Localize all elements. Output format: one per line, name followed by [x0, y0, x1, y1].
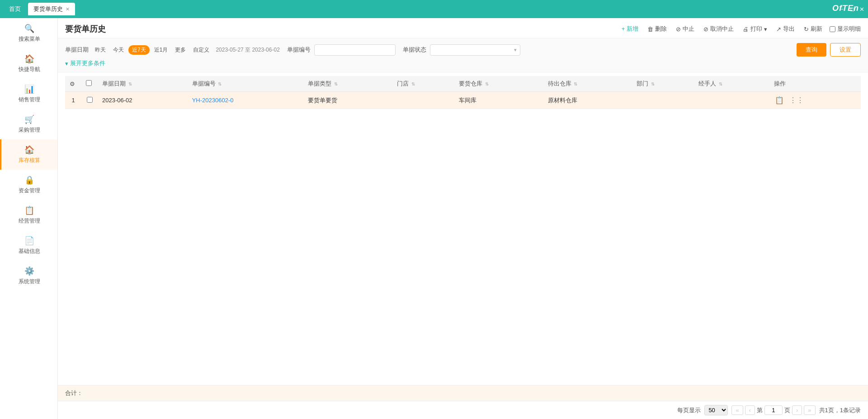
pagination-nav: « ‹ 第 页 › »	[731, 405, 815, 415]
row-req-warehouse: 车间库	[454, 92, 543, 109]
shortcut-more[interactable]: 更多	[172, 45, 189, 55]
total-info: 共1页，1条记录	[819, 406, 861, 414]
shortcut-today[interactable]: 今天	[110, 45, 127, 55]
sort-type-icon[interactable]: ⇅	[334, 81, 338, 86]
row-checkbox[interactable]	[87, 97, 93, 103]
sidebar-item-inventory[interactable]: 🏠 库存核算	[0, 139, 57, 170]
sidebar-label-purchase: 采购管理	[19, 126, 40, 134]
query-button[interactable]: 查询	[797, 43, 826, 57]
cancel-stop-icon: ⊘	[703, 26, 708, 33]
sidebar-item-basic-info[interactable]: 📄 基础信息	[0, 230, 57, 261]
sort-req-icon[interactable]: ⇅	[485, 81, 489, 86]
new-button[interactable]: + 新增	[620, 24, 640, 34]
show-detail-toggle[interactable]: 显示明细	[830, 25, 861, 33]
page-suffix: 页	[784, 406, 790, 414]
sidebar-item-system[interactable]: ⚙️ 系统管理	[0, 261, 57, 291]
sidebar-item-quick-nav[interactable]: 🏠 快捷导航	[0, 48, 57, 79]
sort-handler-icon[interactable]: ⇅	[719, 81, 722, 86]
expand-row: ▾ 展开更多条件	[65, 59, 861, 67]
sort-number-icon[interactable]: ⇅	[218, 81, 222, 86]
show-detail-checkbox[interactable]	[830, 26, 835, 32]
finance-icon: 🔒	[24, 175, 34, 185]
stop-button[interactable]: ⊘ 中止	[674, 24, 696, 34]
sidebar-item-purchase[interactable]: 🛒 采购管理	[0, 109, 57, 139]
row-department	[632, 92, 694, 109]
row-edit-icon[interactable]: 📋	[774, 95, 785, 105]
cancel-stop-button[interactable]: ⊘ 取消中止	[702, 24, 736, 34]
basic-info-icon: 📄	[24, 236, 34, 246]
refresh-label: 刷新	[811, 25, 822, 33]
page-title: 要货单历史	[65, 24, 106, 34]
pagination-bar: 每页显示 50 10 20 100 « ‹ 第 页 › » 共1页，1条记录	[58, 401, 868, 419]
expand-more-button[interactable]: ▾ 展开更多条件	[65, 59, 861, 67]
shortcut-yesterday[interactable]: 昨天	[92, 45, 108, 55]
page-header: 要货单历史 + 新增 🗑 删除 ⊘ 中止 ⊘ 取消中止 🖨 打印	[58, 18, 868, 38]
quick-nav-icon: 🏠	[24, 54, 34, 64]
shortcut-1month[interactable]: 近1月	[151, 45, 171, 55]
tab-home[interactable]: 首页	[4, 3, 26, 15]
prev-page-button[interactable]: ‹	[745, 405, 755, 415]
next-page-button[interactable]: ›	[792, 405, 802, 415]
delete-icon: 🗑	[647, 26, 653, 33]
row-actions-cell: 📋 ⋮⋮	[769, 92, 861, 109]
table-container: ⚙ 单据日期 ⇅ 单据编号 ⇅	[58, 72, 868, 385]
page-input[interactable]	[764, 405, 783, 415]
operations-icon: 📋	[24, 205, 34, 215]
delete-button[interactable]: 🗑 删除	[646, 24, 669, 34]
export-button[interactable]: ↗ 导出	[774, 24, 797, 34]
sidebar-item-sales[interactable]: 📊 销售管理	[0, 79, 57, 109]
date-range-display: 2023-05-27 至 2023-06-02	[216, 46, 279, 54]
refresh-button[interactable]: ↻ 刷新	[802, 24, 824, 34]
shortcut-7days[interactable]: 近7天	[128, 45, 150, 55]
close-tab-icon[interactable]: ✕	[66, 6, 70, 12]
sidebar-label-quick-nav: 快捷导航	[19, 66, 40, 73]
sidebar-label-operations: 经营管理	[19, 217, 40, 225]
row-handler	[694, 92, 769, 109]
row-date: 2023-06-02	[98, 92, 188, 109]
sidebar-item-operations[interactable]: 📋 经营管理	[0, 200, 57, 230]
sidebar-item-search[interactable]: 🔍 搜索菜单	[0, 18, 57, 48]
doc-number-input[interactable]	[314, 44, 396, 56]
col-pending-warehouse: 待出仓库 ⇅	[543, 76, 632, 92]
first-page-button[interactable]: «	[731, 405, 743, 415]
sort-date-icon[interactable]: ⇅	[128, 81, 132, 86]
sidebar-label-basic-info: 基础信息	[19, 248, 40, 255]
action-icons: 📋 ⋮⋮	[774, 95, 856, 105]
select-all-checkbox[interactable]	[86, 80, 92, 86]
setting-button[interactable]: 设置	[830, 43, 861, 57]
table-body: 1 2023-06-02 YH-20230602-0 要货单要货 车间库 原材料…	[65, 92, 861, 109]
table-row: 1 2023-06-02 YH-20230602-0 要货单要货 车间库 原材料…	[65, 92, 861, 109]
per-page-select[interactable]: 50 10 20 100	[704, 405, 728, 415]
last-page-button[interactable]: »	[804, 405, 815, 415]
close-button[interactable]: ✕	[859, 6, 864, 13]
brand-logo: OfTEn	[832, 4, 859, 13]
settings-icon[interactable]: ⚙	[70, 81, 75, 87]
tab-history[interactable]: 要货单历史 ✕	[28, 3, 75, 15]
col-store: 门店 ⇅	[392, 76, 454, 92]
col-handler-label: 经手人	[698, 80, 716, 87]
tab-home-label: 首页	[9, 5, 21, 13]
cancel-stop-label: 取消中止	[710, 25, 734, 33]
sort-pending-icon[interactable]: ⇅	[574, 81, 577, 86]
sort-store-icon[interactable]: ⇅	[411, 81, 415, 86]
doc-number-link[interactable]: YH-20230602-0	[192, 97, 234, 104]
purchase-icon: 🛒	[24, 114, 34, 124]
table-header: ⚙ 单据日期 ⇅ 单据编号 ⇅	[65, 76, 861, 92]
sort-dept-icon[interactable]: ⇅	[651, 81, 655, 86]
status-label: 单据状态	[403, 46, 426, 54]
system-icon: ⚙️	[24, 266, 34, 276]
doc-number-label: 单据编号	[287, 46, 311, 54]
print-button[interactable]: 🖨 打印 ▾	[741, 24, 769, 34]
status-select[interactable]	[430, 44, 520, 56]
row-more-icon[interactable]: ⋮⋮	[788, 95, 805, 105]
expand-icon: ▾	[65, 60, 68, 67]
sidebar-item-finance[interactable]: 🔒 资金管理	[0, 170, 57, 200]
row-number-cell: YH-20230602-0	[188, 92, 304, 109]
col-pending-warehouse-label: 待出仓库	[548, 80, 571, 87]
print-icon: 🖨	[743, 26, 749, 33]
shortcut-custom[interactable]: 自定义	[190, 45, 212, 55]
col-req-warehouse-label: 要货仓库	[459, 80, 482, 87]
search-menu-icon: 🔍	[24, 24, 34, 33]
show-detail-label: 显示明细	[837, 25, 861, 33]
filter-date: 单据日期 昨天 今天 近7天 近1月 更多 自定义 2023-05-27 至 2…	[65, 45, 280, 55]
